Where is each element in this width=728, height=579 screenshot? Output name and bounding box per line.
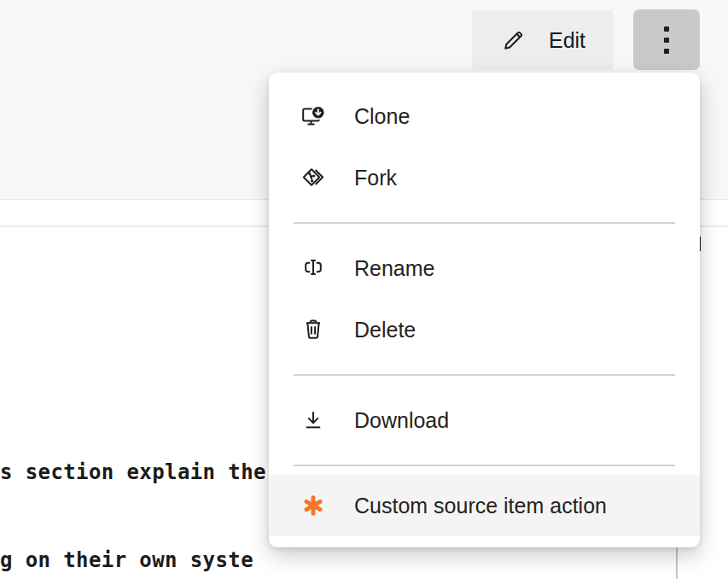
clone-icon: [300, 103, 326, 129]
trash-icon: [300, 317, 326, 342]
pencil-icon: [500, 27, 527, 54]
menu-item-label: Clone: [354, 104, 410, 129]
screen: s section explain the g on their own sys…: [0, 0, 728, 579]
menu-item-rename[interactable]: Rename: [269, 237, 700, 299]
edit-button[interactable]: Edit: [472, 10, 614, 70]
menu-item-clone[interactable]: Clone: [269, 85, 700, 147]
asterisk-icon: [300, 493, 326, 518]
menu-item-delete[interactable]: Delete: [269, 299, 700, 360]
fork-icon: [300, 165, 326, 190]
menu-item-download[interactable]: Download: [269, 389, 700, 451]
code-line: g on their own syste: [0, 548, 253, 572]
menu-item-label: Custom source item action: [354, 494, 607, 518]
panel-divider-line: [676, 547, 678, 579]
menu-item-custom-source-item-action[interactable]: Custom source item action: [269, 475, 700, 536]
menu-divider: [294, 374, 675, 376]
menu-item-label: Fork: [354, 166, 397, 190]
context-menu: Clone Fork: [269, 73, 700, 547]
menu-divider: [294, 222, 675, 224]
more-vertical-icon: [664, 26, 669, 54]
menu-item-label: Download: [354, 408, 449, 433]
menu-item-label: Rename: [354, 256, 435, 281]
menu-item-fork[interactable]: Fork: [269, 147, 700, 208]
download-icon: [300, 407, 326, 433]
code-line: s section explain the: [0, 460, 266, 484]
rename-icon: [300, 255, 326, 281]
edit-button-label: Edit: [549, 28, 585, 53]
more-options-button[interactable]: [633, 9, 700, 70]
menu-item-label: Delete: [354, 318, 416, 342]
menu-divider: [294, 465, 675, 466]
